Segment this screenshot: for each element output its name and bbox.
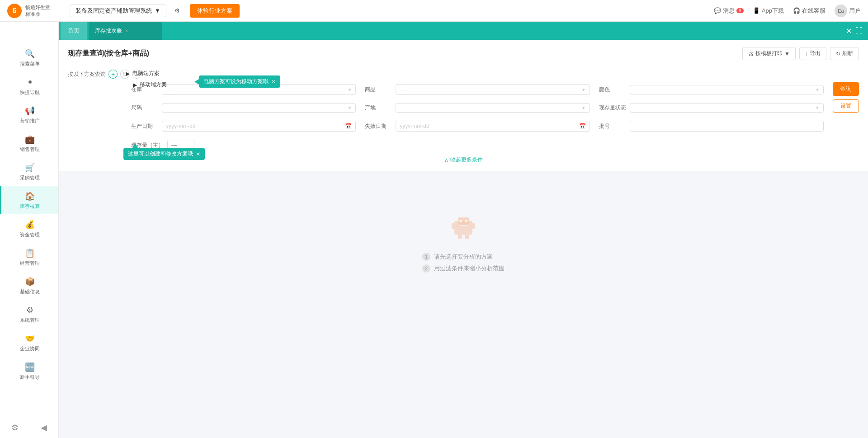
online-support-button[interactable]: 🎧 在线客服 — [793, 7, 826, 15]
scheme-panel: ▶ 电脑端方案 ▶ 移动端方案 — [122, 68, 170, 90]
tab-actions: ✕ ⛶ — [842, 27, 866, 35]
sidebar-item-guide[interactable]: 🆕新手引导 — [0, 357, 58, 385]
create-scheme-tooltip-close[interactable]: ✕ — [196, 151, 200, 157]
sidebar-item-label-inventory: 库存核算 — [20, 203, 40, 210]
create-scheme-tooltip: 这里可以创建和修改方案哦 ✕ — [123, 148, 205, 160]
phone-icon: 📱 — [753, 7, 760, 14]
online-support-label: 在线客服 — [802, 7, 826, 15]
scheme-tooltip: 电脑方案可设为移动方案哦 ✕ — [199, 75, 280, 88]
produce-date-input[interactable]: yyyy-mm-dd 📅 — [162, 121, 356, 132]
search-icon: 🔍 — [25, 49, 35, 59]
filter-row-produce-date: 生产日期 yyyy-mm-dd 📅 — [131, 119, 356, 133]
sidebar-collapse-button[interactable]: ◀ — [39, 421, 49, 434]
create-scheme-tooltip-text: 这里可以创建和修改方案哦 — [128, 150, 193, 158]
page-content: 现存量查询(按仓库+商品) 🖨 按模板打印 ▼ ↑ 导出 ↻ — [59, 40, 868, 438]
tab-home[interactable]: 首页 — [61, 22, 87, 40]
query-button[interactable]: 查询 — [833, 82, 859, 96]
setup-button[interactable]: 设置 — [833, 99, 859, 113]
batch-no-input[interactable] — [630, 121, 824, 132]
scheme-tooltip-text: 电脑方案可设为移动方案哦 — [203, 78, 269, 85]
system-icon: ⚙ — [26, 305, 33, 315]
sidebar-item-label-quick: 快捷导航 — [20, 89, 40, 96]
user-menu[interactable]: Ea 用户 — [835, 5, 861, 17]
sidebar: 🔍搜索菜单✦快捷导航📢营销推广💼销售管理🛒采购管理🏠库存核算💰资金管理📋经营管理… — [0, 22, 59, 438]
filter-label: 按以下方案查询 + ↻ ← — [68, 70, 859, 79]
print-button[interactable]: 🖨 按模板打印 ▼ — [742, 47, 796, 60]
sidebar-item-sales[interactable]: 💼销售管理 — [0, 129, 58, 157]
tab-close-all-button[interactable]: ✕ — [846, 27, 852, 35]
sidebar-item-search[interactable]: 🔍搜索菜单 — [0, 43, 58, 72]
sidebar-item-inventory[interactable]: 🏠库存核算 — [0, 186, 58, 214]
sidebar-item-label-system: 系统管理 — [20, 317, 40, 324]
tab-close-batch-ledger[interactable]: ✕ — [125, 28, 128, 33]
empty-state: 1 请先选择要分析的方案 2 用过滤条件来缩小分析范围 — [59, 171, 868, 311]
sidebar-item-quick[interactable]: ✦快捷导航 — [0, 72, 58, 100]
svg-point-2 — [459, 220, 462, 222]
sidebar-item-purchase[interactable]: 🛒采购管理 — [0, 157, 58, 186]
collapse-icon: ∧ — [444, 157, 448, 163]
origin-select[interactable]: ▼ — [396, 103, 590, 113]
finance-icon: 💰 — [25, 220, 35, 230]
refresh-label: 刷新 — [842, 50, 853, 57]
expire-date-input[interactable]: yyyy-mm-dd 📅 — [396, 121, 590, 132]
industry-solution-button[interactable]: 体验行业方案 — [190, 4, 240, 18]
tab-batch-ledger[interactable]: 库存批次账✕ — [89, 23, 162, 39]
scheme-mobile-label: 移动端方案 — [140, 81, 167, 89]
settings-button[interactable]: ⚙ — [170, 4, 184, 18]
messages-badge: 8 — [736, 8, 744, 13]
scheme-tooltip-close[interactable]: ✕ — [271, 79, 276, 85]
color-select[interactable]: ▼ — [630, 85, 824, 94]
basic-icon: 📦 — [25, 277, 35, 287]
svg-rect-4 — [459, 225, 468, 226]
messages-label: 消息 — [723, 7, 735, 15]
tree-toggle-icon: ▶ — [126, 71, 130, 77]
sidebar-item-operation[interactable]: 📋经营管理 — [0, 243, 58, 271]
produce-date-placeholder: yyyy-mm-dd — [166, 123, 195, 129]
add-scheme-button[interactable]: + — [108, 70, 118, 79]
sidebar-item-finance[interactable]: 💰资金管理 — [0, 214, 58, 243]
scheme-pc-item[interactable]: ▶ 电脑端方案 — [122, 68, 170, 79]
scheme-pc-label: 电脑端方案 — [132, 70, 160, 77]
svg-rect-7 — [458, 235, 462, 239]
sidebar-item-label-operation: 经营管理 — [20, 260, 40, 267]
print-icon: 🖨 — [748, 51, 754, 57]
app-download-button[interactable]: 📱 App下载 — [753, 7, 784, 15]
sidebar-item-marketing[interactable]: 📢营销推广 — [0, 100, 58, 129]
filter-row-stock-status: 现存量状态 ▼ — [599, 101, 824, 114]
sidebar-settings-button[interactable]: ⚙ — [9, 421, 20, 434]
chevron-down-icon: ▼ — [815, 105, 820, 110]
system-name: 装备及固定资产辅助管理系统 — [75, 7, 152, 15]
query-button-group: 查询 设置 — [833, 82, 859, 113]
size-select[interactable]: ▼ — [162, 103, 356, 113]
collapse-button[interactable]: ∧ 收起更多条件 — [444, 156, 483, 164]
svg-rect-6 — [472, 223, 475, 229]
filter-row-expire-date: 失效日期 yyyy-mm-dd 📅 — [365, 119, 590, 133]
export-button[interactable]: ↑ 导出 — [799, 47, 826, 60]
sidebar-item-system[interactable]: ⚙系统管理 — [0, 300, 58, 328]
guide-icon: 🆕 — [25, 362, 35, 372]
sidebar-bottom: ⚙ ◀ — [0, 417, 58, 438]
sidebar-item-basic[interactable]: 📦基础信息 — [0, 271, 58, 300]
stock-status-select[interactable]: ▼ — [630, 103, 824, 113]
filter-row-origin: 产地 ▼ — [365, 101, 590, 114]
refresh-button[interactable]: ↻ 刷新 — [830, 47, 859, 60]
tab-maximize-button[interactable]: ⛶ — [855, 27, 863, 35]
collapse-label: 收起更多条件 — [450, 156, 483, 164]
calendar-icon: 📅 — [579, 123, 586, 129]
scheme-mobile-item[interactable]: ▶ 移动端方案 — [129, 79, 170, 90]
inventory-icon: 🏠 — [25, 191, 35, 201]
calendar-icon: 📅 — [345, 123, 352, 129]
sidebar-item-enterprise[interactable]: 🤝企业协同 — [0, 328, 58, 357]
tree-toggle-icon: ▶ — [133, 82, 137, 88]
goods-select[interactable]: ... ▼ — [396, 84, 590, 95]
system-selector[interactable]: 装备及固定资产辅助管理系统 ▼ — [70, 5, 166, 17]
messages-button[interactable]: 💬 消息 8 — [714, 7, 744, 15]
expire-date-placeholder: yyyy-mm-dd — [400, 123, 429, 129]
export-icon: ↑ — [805, 51, 808, 57]
chevron-down-icon: ▼ — [581, 105, 586, 110]
svg-rect-5 — [452, 223, 454, 229]
chevron-down-icon: ▼ — [155, 7, 160, 14]
sidebar-item-label-search: 搜索菜单 — [20, 61, 40, 67]
filter-grid: 仓库 ... ▼ 商品 ... — [131, 82, 824, 152]
header-actions: 🖨 按模板打印 ▼ ↑ 导出 ↻ 刷新 — [742, 47, 859, 60]
